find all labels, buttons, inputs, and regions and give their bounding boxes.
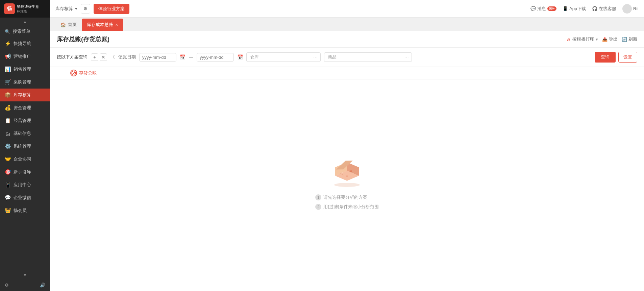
sub-filter-label: 存货总账 xyxy=(79,70,97,76)
newbie-icon: 🎯 xyxy=(5,169,11,175)
sidebar: 畅 畅捷通好生意 标准版 ▲ 🔍 搜索菜单 ⚡ 快捷导航 📢 营销推广 📊 销售… xyxy=(0,0,50,291)
sidebar-item-label: 快捷导航 xyxy=(14,41,31,47)
calendar-start-icon[interactable]: 📅 xyxy=(180,54,185,60)
page-header-actions: 🖨 按模板打印 ▾ 📤 导出 🔄 刷新 xyxy=(567,36,637,42)
message-label: 消息 xyxy=(537,6,546,12)
vip-icon: 👑 xyxy=(5,208,11,214)
sidebar-search[interactable]: 🔍 搜索菜单 xyxy=(0,26,50,37)
wechat-icon: 💬 xyxy=(5,195,11,201)
sidebar-item-sales[interactable]: 📊 销售管理 xyxy=(0,63,50,76)
sidebar-item-label: 企业微信 xyxy=(14,195,31,201)
empty-visual xyxy=(330,157,364,188)
filter-settings-button[interactable]: 设置 xyxy=(618,52,637,63)
sub-filter-inventory-ledger[interactable]: 存货总账 xyxy=(70,70,97,76)
sidebar-item-vip[interactable]: 👑 畅会员 xyxy=(0,204,50,217)
print-dropdown-icon[interactable]: ▾ xyxy=(596,37,598,42)
main-area: 库存核算 ▾ ⚙ 体验行业方案 💬 消息 99+ 📱 App下载 🎧 在线客服 … xyxy=(50,0,644,291)
messages-button[interactable]: 💬 消息 99+ xyxy=(530,6,556,12)
product-selector[interactable]: 商品 ··· xyxy=(324,52,412,62)
empty-state: 1 请先选择要分析的方案 2 用[过滤]条件来缩小分析范围 xyxy=(50,79,644,291)
tab-close-icon[interactable]: ✕ xyxy=(115,23,118,27)
topbar-right: 💬 消息 99+ 📱 App下载 🎧 在线客服 Rit xyxy=(530,4,639,14)
date-end-input[interactable] xyxy=(197,53,234,62)
filter-right: 查询 设置 xyxy=(595,52,637,63)
sidebar-item-system[interactable]: ⚙️ 系统管理 xyxy=(0,140,50,153)
sidebar-item-label: 资金管理 xyxy=(14,105,31,111)
online-service-label: 在线客服 xyxy=(599,6,616,12)
industry-btn[interactable]: 体验行业方案 xyxy=(94,4,129,14)
warehouse-selector[interactable]: 仓库 ··· xyxy=(246,52,321,62)
page-title: 库存总账(存货总账) xyxy=(57,35,109,43)
sidebar-item-newbie[interactable]: 🎯 新手引导 xyxy=(0,166,50,178)
settings-icon[interactable]: ⚙ xyxy=(5,283,9,288)
sidebar-item-label: 基础信息 xyxy=(14,130,31,137)
sidebar-item-basic[interactable]: 🗂 基础信息 xyxy=(0,127,50,140)
query-button[interactable]: 查询 xyxy=(595,52,616,63)
sidebar-item-app-center[interactable]: 📱 应用中心 xyxy=(0,178,50,191)
filter-bar: 按以下方案查询 + ✕ 《 记账日期 📅 — 📅 仓库 ··· 商品 xyxy=(50,48,644,67)
app-download-button[interactable]: 📱 App下载 xyxy=(563,6,586,12)
step-2: 2 用[过滤]条件来缩小分析范围 xyxy=(315,204,378,210)
date-start-input[interactable] xyxy=(139,53,176,62)
search-icon: 🔍 xyxy=(5,29,10,34)
print-label: 按模板打印 xyxy=(572,36,594,42)
warehouse-more-icon: ··· xyxy=(313,54,318,60)
sidebar-item-marketing[interactable]: 📢 营销推广 xyxy=(0,50,50,63)
app-logo: 畅 畅捷通好生意 标准版 xyxy=(0,0,50,18)
online-service-button[interactable]: 🎧 在线客服 xyxy=(592,6,616,12)
tab-home[interactable]: 🏠 首页 xyxy=(55,19,82,31)
empty-illustration xyxy=(330,157,364,188)
chevron-down-icon: ▾ xyxy=(75,6,77,11)
calendar-end-icon[interactable]: 📅 xyxy=(237,54,243,60)
refresh-label: 刷新 xyxy=(628,36,637,42)
print-button[interactable]: 🖨 按模板打印 ▾ xyxy=(567,36,598,42)
sidebar-item-wechat[interactable]: 💬 企业微信 xyxy=(0,191,50,204)
inventory-icon: 📦 xyxy=(5,92,11,98)
breadcrumb: 库存核算 ▾ xyxy=(55,6,77,12)
sidebar-item-label: 企业协同 xyxy=(14,156,31,162)
step-1-num: 1 xyxy=(315,194,321,200)
sidebar-item-inventory[interactable]: 📦 库存核算 xyxy=(0,89,50,101)
record-date-label: 记账日期 xyxy=(118,54,136,60)
quick-nav-icon: ⚡ xyxy=(5,41,11,47)
date-separator: — xyxy=(189,55,193,60)
app-download-icon: 📱 xyxy=(563,6,568,11)
avatar xyxy=(622,4,632,14)
breadcrumb-text: 库存核算 xyxy=(55,6,73,12)
app-center-icon: 📱 xyxy=(5,182,11,188)
sound-icon[interactable]: 🔊 xyxy=(40,283,45,288)
step-1: 1 请先选择要分析的方案 xyxy=(315,194,378,200)
product-more-icon: ··· xyxy=(404,54,409,60)
sidebar-item-label: 新手引导 xyxy=(14,169,31,175)
refresh-button[interactable]: 🔄 刷新 xyxy=(622,36,637,42)
filter-actions: + ✕ xyxy=(91,53,107,61)
filter-add-button[interactable]: + xyxy=(91,53,98,61)
svg-point-1 xyxy=(334,183,360,187)
filter-delete-button[interactable]: ✕ xyxy=(100,53,107,61)
sidebar-scroll-up[interactable]: ▲ xyxy=(0,18,50,26)
product-label: 商品 xyxy=(328,54,337,60)
sidebar-item-operation[interactable]: 📋 经营管理 xyxy=(0,114,50,127)
sidebar-item-label: 库存核算 xyxy=(14,92,31,98)
basic-icon: 🗂 xyxy=(5,131,11,137)
warehouse-label: 仓库 xyxy=(250,54,259,60)
sidebar-item-purchase[interactable]: 🛒 采购管理 xyxy=(0,76,50,89)
app-download-label: App下载 xyxy=(569,6,586,12)
filter-fields: 记账日期 📅 — 📅 仓库 ··· 商品 ··· xyxy=(118,52,412,62)
export-button[interactable]: 📤 导出 xyxy=(602,36,618,42)
home-icon: 🏠 xyxy=(60,22,66,27)
settings-gear-button[interactable]: ⚙ xyxy=(81,4,90,14)
tab-inventory-cost[interactable]: 库存成本总账 ✕ xyxy=(82,19,123,31)
tab-bar: 🏠 首页 库存成本总账 ✕ xyxy=(50,18,644,31)
operation-icon: 📋 xyxy=(5,118,11,124)
filter-collapse-icon[interactable]: 《 xyxy=(110,54,115,60)
empty-steps: 1 请先选择要分析的方案 2 用[过滤]条件来缩小分析范围 xyxy=(315,194,378,213)
sidebar-search-label: 搜索菜单 xyxy=(13,28,30,34)
sidebar-item-finance[interactable]: 💰 资金管理 xyxy=(0,101,50,114)
sidebar-scroll-down[interactable]: ▼ xyxy=(0,271,50,279)
export-icon: 📤 xyxy=(602,37,608,42)
print-icon: 🖨 xyxy=(567,37,571,42)
sidebar-item-quick-nav[interactable]: ⚡ 快捷导航 xyxy=(0,37,50,50)
user-avatar-button[interactable]: Rit xyxy=(622,4,639,14)
sidebar-item-enterprise[interactable]: 🤝 企业协同 xyxy=(0,153,50,166)
